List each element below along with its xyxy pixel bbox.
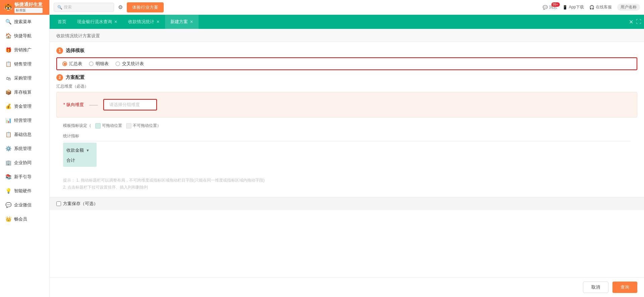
tab-label-new-plan: 新建方案: [170, 19, 188, 25]
message-button[interactable]: 💬 消息 99+: [543, 4, 557, 10]
search-placeholder: 搜索: [64, 4, 72, 10]
sidebar-label-wechat: 企业微信: [14, 202, 32, 208]
service-button[interactable]: 🎧 在线客服: [589, 4, 612, 10]
template-detail[interactable]: 明细表: [89, 61, 109, 67]
non-draggable-legend: 不可拖动位置）: [126, 123, 161, 129]
logo-text: 畅捷通好生意: [14, 2, 43, 8]
download-label: App下载: [569, 4, 584, 10]
sidebar-item-sales[interactable]: 📋销售管理: [0, 57, 49, 71]
legend-row: 模板指标设定（ 可拖动位置 不可拖动位置）: [56, 123, 637, 129]
enterprise-icon: 🏢: [5, 160, 11, 166]
topbar-right: 💬 消息 99+ 📱 App下载 🎧 在线客服 用户名称: [543, 4, 640, 11]
dimension-select[interactable]: 请选择分组维度: [103, 99, 157, 110]
tab-close-collection-stat[interactable]: ✕: [156, 19, 160, 24]
config-section: 汇总维度（必选） * 纵向维度 —— 请选择分组维度 模板指标设定（: [50, 84, 644, 197]
sidebar-label-finance: 资金管理: [14, 103, 32, 109]
cancel-button[interactable]: 取消: [583, 282, 608, 293]
quick-nav-icon: 🏠: [5, 33, 11, 39]
action-bar: 取消 查询: [50, 277, 644, 297]
sidebar-logo: 🐯 畅捷通好生意 标准版: [0, 0, 49, 15]
sidebar-label-quick-nav: 快捷导航: [14, 33, 32, 39]
tab-new-plan[interactable]: 新建方案✕: [165, 15, 199, 29]
section1-label: 选择模板: [66, 48, 85, 54]
tab-label-collection-stat: 收款情况统计: [128, 19, 154, 25]
draggable-label: 可拖动位置: [102, 123, 122, 129]
sidebar-item-wechat[interactable]: 💬企业微信: [0, 198, 49, 212]
sidebar-item-operation[interactable]: 📊经营管理: [0, 113, 49, 128]
radio-detail-circle: [89, 61, 94, 66]
save-checkbox[interactable]: [56, 201, 61, 206]
non-draggable-label: 不可拖动位置）: [133, 123, 161, 129]
search-menu-icon: 🔍: [5, 19, 11, 25]
sidebar: 🐯 畅捷通好生意 标准版 🔍搜索菜单🏠快捷导航🎁营销推广📋销售管理🛍采购管理📦库…: [0, 0, 50, 297]
download-icon: 📱: [562, 5, 568, 10]
sidebar-label-sales: 销售管理: [14, 61, 32, 67]
purchase-icon: 🛍: [5, 76, 11, 81]
draggable-box: [95, 123, 101, 129]
template-summary-label: 汇总表: [69, 61, 82, 67]
template-radio-group: 汇总表 明细表 交叉统计表: [62, 61, 631, 67]
sidebar-item-marketing[interactable]: 🎁营销推广: [0, 43, 49, 57]
sidebar-label-basic-info: 基础信息: [14, 132, 32, 138]
sidebar-item-member[interactable]: 👑畅会员: [0, 212, 49, 226]
sidebar-label-smart-hw: 智能硬件: [14, 188, 32, 194]
sidebar-label-operation: 经营管理: [14, 117, 32, 123]
tabbar-actions: ✕ ⛶: [629, 19, 641, 25]
sidebar-item-smart-hw[interactable]: 💡智能硬件: [0, 184, 49, 198]
user-info[interactable]: 用户名称: [617, 4, 640, 11]
template-summary[interactable]: 汇总表: [62, 61, 82, 67]
stat-chip-label: 收款金额: [66, 147, 84, 153]
topbar-search[interactable]: 🔍 搜索: [54, 3, 114, 12]
sidebar-item-finance[interactable]: 💰资金管理: [0, 99, 49, 113]
tips-section: 提示： 1. 拖动标题栏可以调整布局，不可跨维度或指标区域拖动栏目字段(只能在同…: [56, 172, 637, 197]
sidebar-item-inventory[interactable]: 📦库存核算: [0, 85, 49, 99]
sidebar-item-enterprise[interactable]: 🏢企业协同: [0, 156, 49, 170]
query-button[interactable]: 查询: [612, 282, 637, 293]
gear-icon[interactable]: ⚙: [118, 4, 123, 10]
tips-line2: 2. 点击标题栏下拉可设置排序、插入列和删除列: [63, 185, 631, 190]
sidebar-label-purchase: 采购管理: [14, 75, 32, 81]
message-badge: 99+: [551, 2, 560, 7]
sidebar-item-sys-mgmt[interactable]: ⚙️系统管理: [0, 142, 49, 156]
footer-section: 方案保存（可选）: [50, 197, 644, 210]
sidebar-label-enterprise: 企业协同: [14, 160, 32, 166]
template-cross[interactable]: 交叉统计表: [115, 61, 144, 67]
tab-collection-stat[interactable]: 收款情况统计✕: [123, 15, 165, 29]
trial-button[interactable]: 体验行业方案: [127, 2, 164, 12]
sys-mgmt-icon: ⚙️: [5, 146, 11, 152]
close-all-icon[interactable]: ✕: [629, 19, 633, 25]
marketing-icon: 🎁: [5, 47, 11, 53]
dim-row: * 纵向维度 —— 请选择分组维度: [63, 99, 630, 110]
chevron-down-icon: ▼: [86, 148, 90, 152]
stat-table: 统计指标 收款金额 ▼ 合计: [63, 131, 631, 167]
template-selection-box: 汇总表 明细表 交叉统计表: [56, 57, 637, 70]
stat-subtotal: 合计: [63, 156, 97, 165]
radio-cross-circle: [115, 61, 120, 66]
section2-label: 方案配置: [66, 75, 85, 81]
wechat-icon: 💬: [5, 202, 11, 208]
sidebar-item-purchase[interactable]: 🛍采购管理: [0, 71, 49, 85]
sidebar-item-search-menu[interactable]: 🔍搜索菜单: [0, 15, 49, 29]
dimension-area: * 纵向维度 —— 请选择分组维度: [56, 92, 637, 117]
stat-chip-collection[interactable]: 收款金额 ▼: [63, 146, 97, 155]
sidebar-item-newbie[interactable]: 📚新手引导: [0, 170, 49, 184]
search-icon: 🔍: [57, 5, 62, 10]
logo-icon: 🐯: [4, 3, 12, 11]
dimension-subsection: 汇总维度（必选） * 纵向维度 —— 请选择分组维度: [56, 84, 637, 117]
fullscreen-icon[interactable]: ⛶: [636, 19, 641, 25]
logo-badge: 标准版: [14, 8, 43, 13]
tips-line1: 提示： 1. 拖动标题栏可以调整布局，不可跨维度或指标区域拖动栏目字段(只能在同…: [63, 178, 631, 183]
sales-icon: 📋: [5, 61, 11, 67]
content-inner: 收款情况统计方案设置 1 选择模板 汇总表 明细表: [50, 29, 644, 277]
download-button[interactable]: 📱 App下载: [562, 4, 584, 10]
tab-bank-flow[interactable]: 现金银行流水查询✕: [72, 15, 123, 29]
finance-icon: 💰: [5, 103, 11, 109]
sidebar-label-member: 畅会员: [14, 216, 27, 222]
sidebar-item-basic-info[interactable]: 📋基础信息: [0, 128, 49, 142]
tab-close-bank-flow[interactable]: ✕: [114, 19, 117, 24]
radio-summary-circle: [62, 61, 67, 66]
sidebar-item-quick-nav[interactable]: 🏠快捷导航: [0, 29, 49, 43]
tab-home[interactable]: 首页: [52, 15, 72, 29]
template-detail-label: 明细表: [96, 61, 109, 67]
tab-close-new-plan[interactable]: ✕: [190, 19, 193, 24]
